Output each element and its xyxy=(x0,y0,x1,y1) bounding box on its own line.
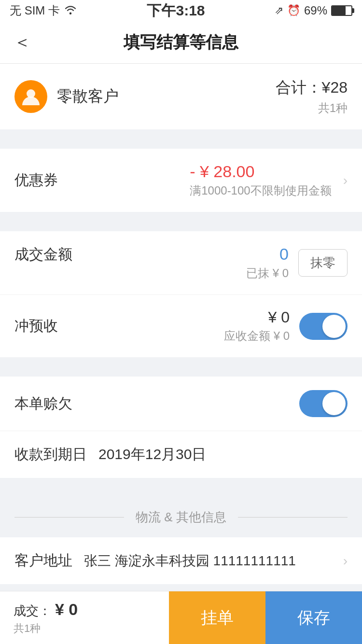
customer-right: 合计：¥28 共1种 xyxy=(276,77,348,116)
debt-label: 本单赊欠 xyxy=(14,394,72,414)
save-button[interactable]: 保存 xyxy=(265,591,362,644)
transaction-value: 0 xyxy=(246,245,289,264)
prepay-value: ¥ 0 xyxy=(224,308,290,326)
coupon-section: 优惠券 - ¥ 28.00 满1000-100不限制使用金额 › xyxy=(0,149,362,212)
customer-left: 零散客户 xyxy=(14,80,119,113)
amount-right: 0 已抹 ¥ 0 抹零 xyxy=(246,245,348,281)
logistics-title: 物流 & 其他信息 xyxy=(136,509,226,526)
status-left: 无 SIM 卡 xyxy=(10,3,77,18)
transaction-sub: 已抹 ¥ 0 xyxy=(246,266,289,281)
due-date-row: 收款到期日 2019年12月30日 xyxy=(0,431,362,478)
location-icon: ⇗ xyxy=(275,4,283,17)
coupon-value: - ¥ 28.00 xyxy=(190,162,331,181)
coupon-label: 优惠券 xyxy=(14,170,58,190)
hang-single-button[interactable]: 挂单 xyxy=(169,591,265,644)
prepay-sub: 应收金额 ¥ 0 xyxy=(224,328,290,344)
alarm-icon: ⏰ xyxy=(287,4,300,17)
time-label: 下午3:18 xyxy=(147,1,205,21)
coupon-right: - ¥ 28.00 满1000-100不限制使用金额 › xyxy=(190,162,348,198)
address-row[interactable]: 客户地址 张三 海淀永丰科技园 11111111111 › xyxy=(0,537,362,584)
status-right: ⇗ ⏰ 69% xyxy=(275,4,352,17)
total-count: 共1种 xyxy=(276,100,348,116)
prepay-right: ¥ 0 应收金额 ¥ 0 xyxy=(224,308,348,344)
prepay-label: 冲预收 xyxy=(14,316,58,336)
transaction-label: 成交金额 xyxy=(14,245,72,265)
address-section: 客户地址 张三 海淀永丰科技园 11111111111 › xyxy=(0,537,362,584)
address-label: 客户地址 xyxy=(14,551,72,571)
deal-label: 成交： xyxy=(14,602,51,619)
bottom-info: 成交： ¥ 0 共1种 xyxy=(0,591,169,644)
round-zero-button[interactable]: 抹零 xyxy=(298,249,348,277)
logistics-line-right xyxy=(238,517,348,518)
battery-label: 69% xyxy=(304,4,327,17)
avatar xyxy=(14,80,47,113)
debt-section: 本单赊欠 收款到期日 2019年12月30日 xyxy=(0,377,362,478)
debt-row: 本单赊欠 xyxy=(0,377,362,431)
coupon-row[interactable]: 优惠券 - ¥ 28.00 满1000-100不限制使用金额 › xyxy=(0,149,362,212)
address-chevron-icon: › xyxy=(343,553,348,569)
debt-toggle[interactable] xyxy=(299,390,348,417)
address-content: 客户地址 张三 海淀永丰科技园 11111111111 xyxy=(14,551,339,571)
total-price: 合计：¥28 xyxy=(276,77,348,98)
customer-section: 零散客户 合计：¥28 共1种 xyxy=(0,64,362,129)
carrier-label: 无 SIM 卡 xyxy=(10,3,60,18)
bottom-bar: 成交： ¥ 0 共1种 挂单 保存 xyxy=(0,591,362,644)
customer-row: 零散客户 合计：¥28 共1种 xyxy=(0,64,362,129)
transaction-section: 成交金额 0 已抹 ¥ 0 抹零 冲预收 ¥ 0 应收金额 ¥ 0 xyxy=(0,231,362,357)
coupon-sub: 满1000-100不限制使用金额 xyxy=(190,183,331,198)
customer-name: 零散客户 xyxy=(57,86,119,107)
wifi-icon xyxy=(64,4,77,17)
due-date-label: 收款到期日 xyxy=(14,445,87,464)
logistics-header: 物流 & 其他信息 xyxy=(0,497,362,537)
prepay-row: 冲预收 ¥ 0 应收金额 ¥ 0 xyxy=(0,294,362,357)
nav-bar: ＜ 填写结算等信息 xyxy=(0,21,362,64)
page-title: 填写结算等信息 xyxy=(124,31,238,54)
deal-amount: ¥ 0 xyxy=(55,600,78,619)
address-value: 张三 海淀永丰科技园 11111111111 xyxy=(84,552,339,570)
amount-row: 成交金额 0 已抹 ¥ 0 抹零 xyxy=(0,231,362,294)
prepay-toggle[interactable] xyxy=(299,313,348,340)
battery-icon xyxy=(331,5,352,16)
chevron-icon: › xyxy=(343,173,348,188)
due-date-value: 2019年12月30日 xyxy=(98,445,206,464)
back-button[interactable]: ＜ xyxy=(14,30,31,54)
status-bar: 无 SIM 卡 下午3:18 ⇗ ⏰ 69% xyxy=(0,0,362,21)
bottom-count: 共1种 xyxy=(14,621,155,636)
logistics-line-left xyxy=(14,517,124,518)
